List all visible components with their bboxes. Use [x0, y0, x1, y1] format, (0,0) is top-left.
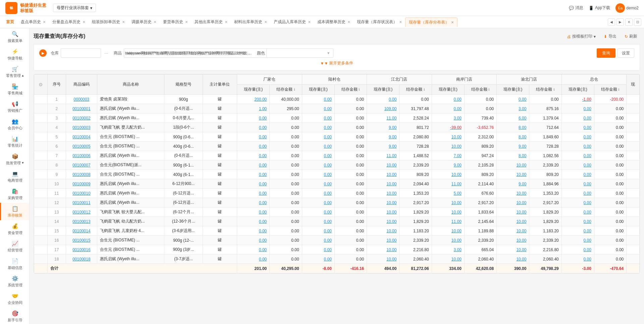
- td-yuubei-qty[interactable]: 9.00: [497, 179, 529, 189]
- td-luchen-qty[interactable]: 0.00: [302, 142, 334, 151]
- sidebar-item-member[interactable]: 👥 会员中心: [0, 115, 29, 133]
- sidebar-item-ecommerce[interactable]: 💻 电商管理: [0, 168, 29, 185]
- td-code[interactable]: 0000003: [66, 95, 97, 104]
- td-nanan-qty[interactable]: 10.00: [432, 170, 464, 179]
- td-factory-qty[interactable]: 0.00: [237, 170, 270, 179]
- td-jiangbei-qty[interactable]: 10.00: [367, 170, 399, 179]
- td-total-qty[interactable]: 0.00: [561, 198, 594, 207]
- refresh-btn[interactable]: ↻ 刷新: [622, 32, 640, 41]
- td-jiangbei-qty[interactable]: 9.00: [367, 142, 399, 151]
- td-factory-qty[interactable]: 0.00: [237, 142, 270, 151]
- td-yuubei-qty[interactable]: 6.00: [497, 113, 529, 123]
- td-luchen-qty[interactable]: 0.00: [302, 160, 334, 170]
- td-code[interactable]: 00100008: [66, 170, 97, 179]
- td-nanan-qty[interactable]: 3.00: [432, 245, 464, 254]
- td-total-qty[interactable]: 0.00: [561, 123, 594, 132]
- td-nanan-qty[interactable]: 0.00: [432, 95, 464, 104]
- close-icon[interactable]: ✕: [122, 20, 125, 24]
- settings-icon[interactable]: ⚙: [39, 82, 43, 87]
- warehouse-input[interactable]: [61, 48, 101, 58]
- td-jiangbei-qty[interactable]: 10.00: [367, 236, 399, 245]
- tab-next-btn[interactable]: ▶: [616, 18, 624, 26]
- td-code[interactable]: 00100018: [66, 254, 97, 264]
- td-yuubei-qty[interactable]: 8.00: [497, 123, 529, 132]
- td-yuubei-qty[interactable]: 9.00: [497, 142, 529, 151]
- sidebar-item-inventory[interactable]: 📋 库存核算: [0, 203, 29, 220]
- tab-prev-btn[interactable]: ◀: [608, 18, 615, 26]
- td-luchen-qty[interactable]: 0.00: [302, 217, 334, 226]
- td-yuubei-qty[interactable]: 10.00: [497, 207, 529, 217]
- td-luchen-qty[interactable]: 0.00: [302, 226, 334, 236]
- td-factory-qty[interactable]: 0.00: [237, 179, 270, 189]
- tab-stock-status[interactable]: 现存量（库存状况表） ✕: [354, 17, 405, 27]
- tab-product-in[interactable]: 产成品入库单历史 ✕: [270, 17, 314, 27]
- td-jiangbei-qty[interactable]: 10.00: [367, 254, 399, 264]
- td-nanan-qty[interactable]: 10.00: [432, 207, 464, 217]
- td-code[interactable]: 00100013: [66, 217, 97, 226]
- warehouse-dots-btn[interactable]: ···: [103, 50, 110, 56]
- sidebar-item-system[interactable]: ⚙️ 系统管理: [0, 273, 29, 290]
- td-code[interactable]: 00100006: [66, 151, 97, 160]
- td-jiangbei-qty[interactable]: 10.00: [367, 226, 399, 236]
- td-yuubei-qty[interactable]: 10.00: [497, 226, 529, 236]
- td-factory-qty[interactable]: 1.00: [237, 104, 270, 113]
- td-jiangbei-qty[interactable]: 9.00: [367, 132, 399, 142]
- sidebar-item-finance[interactable]: 💰 资金管理: [0, 220, 29, 238]
- td-jiangbei-qty[interactable]: 109.00: [367, 104, 399, 113]
- industry-dropdown[interactable]: 母婴行业演示陈套 ▾: [53, 4, 96, 12]
- td-code[interactable]: 00100005: [66, 142, 97, 151]
- sidebar-item-base-info[interactable]: 📄 基础信息: [0, 255, 29, 273]
- td-yuubei-qty[interactable]: 10.00: [497, 217, 529, 226]
- expand-arrow-btn[interactable]: ▶: [39, 49, 47, 57]
- tab-home[interactable]: 首页: [3, 17, 17, 27]
- td-code[interactable]: 00100014: [66, 226, 97, 236]
- nanan-amt-info-icon[interactable]: ℹ: [488, 88, 490, 91]
- yuubei-amt-info-icon[interactable]: ℹ: [553, 88, 555, 91]
- td-yuubei-qty[interactable]: 10.00: [497, 160, 529, 170]
- td-total-qty[interactable]: 0.00: [561, 142, 594, 151]
- sidebar-item-retail-shop[interactable]: 🏪 零售商城: [0, 81, 29, 98]
- td-code[interactable]: 00100001: [66, 104, 97, 113]
- factory-amt-info-icon[interactable]: ℹ: [294, 88, 295, 91]
- tab-other-out[interactable]: 其他出库单历史 ✕: [191, 17, 231, 27]
- close-icon[interactable]: ✕: [225, 20, 227, 24]
- td-factory-qty[interactable]: 0.00: [237, 226, 270, 236]
- close-icon[interactable]: ✕: [185, 20, 188, 24]
- td-luchen-qty[interactable]: 0.00: [302, 207, 334, 217]
- close-icon[interactable]: ✕: [43, 20, 46, 24]
- td-total-qty[interactable]: 0.00: [561, 170, 594, 179]
- sidebar-item-new-guide[interactable]: 🎯 新手引导: [0, 308, 29, 324]
- td-total-qty[interactable]: 0.00: [561, 226, 594, 236]
- app-download-btn[interactable]: 📱 App下载: [589, 5, 610, 11]
- td-luchen-qty[interactable]: 0.00: [302, 132, 334, 142]
- tab-material-out[interactable]: 材料出库单历史 ✕: [231, 17, 270, 27]
- td-yuubei-qty[interactable]: 10.00: [497, 254, 529, 264]
- tab-cost-adjust[interactable]: 成本调整单历史 ✕: [314, 17, 354, 27]
- td-factory-qty[interactable]: 0.00: [237, 123, 270, 132]
- sidebar-item-wholesale[interactable]: 📦 批发管理 ▼: [0, 150, 29, 168]
- td-yuubei-qty[interactable]: 0.00: [497, 95, 529, 104]
- sidebar-item-search[interactable]: 🔍 搜索英单: [0, 28, 29, 46]
- sidebar-item-purchase[interactable]: 🛍️ 采购管理: [0, 185, 29, 203]
- td-total-qty[interactable]: 0.00: [561, 104, 594, 113]
- td-factory-qty[interactable]: 0.00: [237, 160, 270, 170]
- td-factory-qty[interactable]: 0.00: [237, 189, 270, 198]
- td-jiangbei-qty[interactable]: 0.00: [367, 95, 399, 104]
- td-jiangbei-qty[interactable]: 10.00: [367, 207, 399, 217]
- td-nanan-qty[interactable]: 5.00: [432, 189, 464, 198]
- td-jiangbei-qty[interactable]: 9.00: [367, 123, 399, 132]
- tab-inventory2[interactable]: 分量盘点单历史 ✕: [49, 17, 89, 27]
- td-nanan-qty[interactable]: 10.00: [432, 132, 464, 142]
- td-nanan-qty[interactable]: 0.00: [432, 104, 464, 113]
- td-code[interactable]: 00100010: [66, 189, 97, 198]
- td-luchen-qty[interactable]: 0.00: [302, 245, 334, 254]
- td-luchen-qty[interactable]: 0.00: [302, 254, 334, 264]
- td-factory-qty[interactable]: 0.00: [237, 217, 270, 226]
- tab-demand[interactable]: 要货单历史 ✕: [160, 17, 191, 27]
- td-nanan-qty[interactable]: 10.00: [432, 226, 464, 236]
- td-nanan-qty[interactable]: -39.00: [432, 123, 464, 132]
- close-icon[interactable]: ✕: [399, 20, 402, 24]
- sidebar-item-retail-mgmt[interactable]: 🛒 零售管理 ▲: [0, 63, 29, 81]
- close-icon[interactable]: ✕: [264, 20, 267, 24]
- close-icon[interactable]: ✕: [451, 20, 454, 24]
